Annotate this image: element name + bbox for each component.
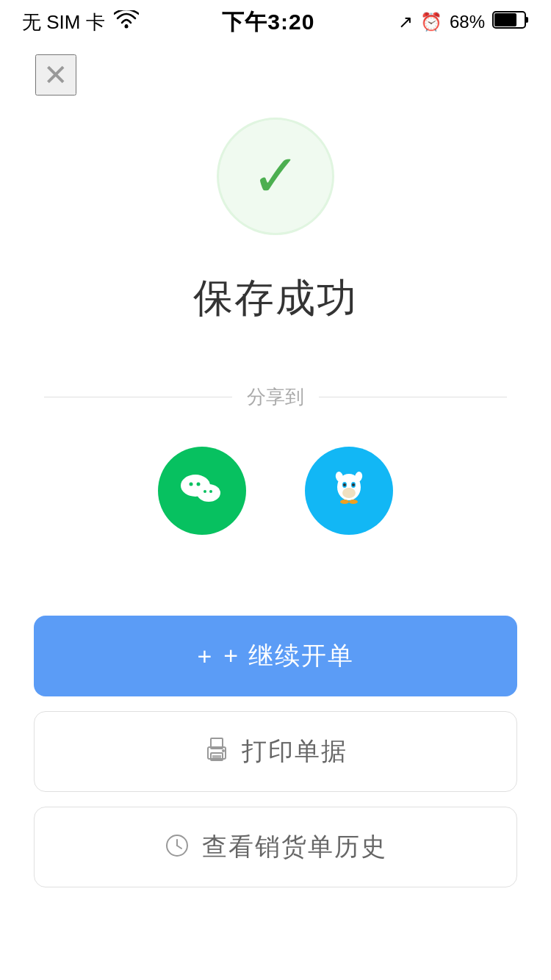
alarm-icon: ⏰ [420, 12, 442, 32]
close-button[interactable]: ✕ [35, 54, 76, 96]
share-section: 分享到 [0, 384, 551, 550]
success-circle: ✓ [217, 118, 334, 235]
share-label: 分享到 [247, 384, 304, 410]
svg-point-0 [124, 24, 128, 28]
battery-percent: 68% [450, 12, 485, 32]
checkmark-icon: ✓ [251, 147, 300, 206]
close-icon: ✕ [43, 60, 68, 90]
print-label: 打印单据 [242, 735, 347, 768]
main-content: ✓ 保存成功 分享到 [0, 44, 551, 887]
continue-button[interactable]: + + 继续开单 [34, 616, 517, 696]
share-icons-row [44, 447, 507, 535]
qq-icon [323, 465, 375, 516]
svg-point-18 [349, 500, 358, 504]
actions-section: + + 继续开单 打印单据 [0, 616, 551, 887]
svg-rect-3 [525, 17, 528, 23]
wechat-icon [176, 465, 228, 516]
history-button[interactable]: 查看销货单历史 [34, 807, 517, 887]
wechat-share-button[interactable] [158, 447, 246, 535]
status-time: 下午3:20 [222, 7, 314, 37]
clock-icon [164, 832, 190, 862]
svg-point-5 [197, 484, 220, 502]
svg-point-14 [352, 483, 355, 486]
svg-point-8 [204, 490, 206, 493]
plus-icon: + [197, 644, 212, 669]
svg-point-7 [197, 483, 201, 486]
svg-point-13 [343, 483, 346, 486]
status-carrier: 无 SIM 卡 [22, 10, 139, 35]
success-title: 保存成功 [193, 272, 358, 325]
svg-line-29 [177, 846, 181, 849]
share-divider: 分享到 [44, 384, 507, 410]
continue-label: + 继续开单 [223, 639, 353, 673]
svg-point-6 [190, 483, 193, 486]
status-indicators: ↗ ⏰ 68% [398, 10, 529, 34]
status-bar: 无 SIM 卡 下午3:20 ↗ ⏰ 68% [0, 0, 551, 44]
svg-point-9 [209, 490, 212, 493]
divider-right [319, 397, 507, 397]
divider-left [44, 397, 232, 397]
svg-rect-2 [494, 13, 516, 26]
wifi-icon [114, 10, 139, 35]
battery-icon [492, 10, 529, 34]
svg-point-17 [340, 500, 349, 504]
print-button[interactable]: 打印单据 [34, 711, 517, 792]
history-label: 查看销货单历史 [202, 830, 387, 864]
qq-share-button[interactable] [305, 447, 393, 535]
printer-icon [204, 737, 230, 767]
location-icon: ↗ [398, 12, 413, 32]
carrier-text: 无 SIM 卡 [22, 10, 105, 35]
svg-point-24 [222, 749, 225, 752]
svg-point-16 [342, 488, 356, 498]
